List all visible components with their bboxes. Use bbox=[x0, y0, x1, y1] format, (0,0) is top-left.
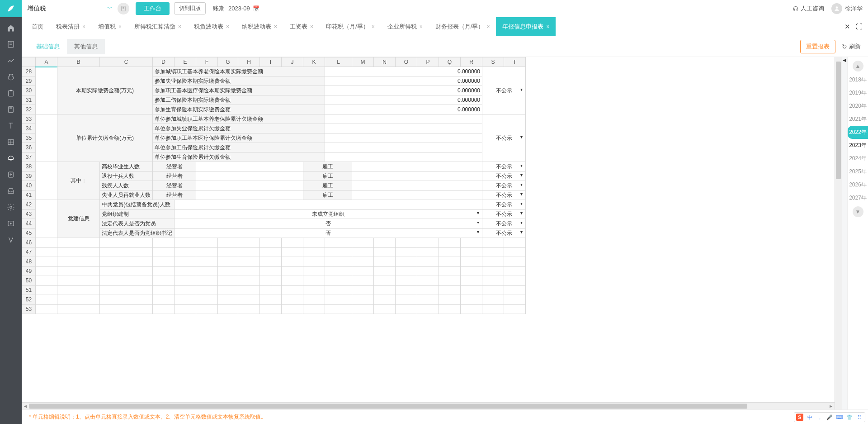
year-item[interactable]: 2024年 bbox=[848, 152, 868, 165]
nav-money[interactable] bbox=[0, 69, 22, 85]
cell[interactable] bbox=[303, 276, 325, 286]
tax-type-dropdown[interactable]: 增值税 ﹀ bbox=[27, 5, 113, 13]
cell[interactable] bbox=[374, 305, 396, 314]
cell[interactable] bbox=[374, 238, 396, 248]
cell[interactable] bbox=[260, 257, 282, 267]
close-icon[interactable]: × bbox=[178, 24, 181, 30]
cell[interactable] bbox=[482, 286, 504, 295]
cell[interactable]: 参加失业保险本期实际缴费金额 bbox=[153, 76, 325, 86]
cell[interactable] bbox=[482, 257, 504, 267]
publicity-select[interactable]: 不公示 bbox=[482, 229, 526, 238]
scroll-right-icon[interactable]: ► bbox=[827, 403, 835, 410]
row-number[interactable]: 50 bbox=[22, 276, 36, 286]
cell[interactable] bbox=[439, 257, 461, 267]
cell[interactable] bbox=[282, 238, 303, 248]
reset-report-button[interactable]: 重置报表 bbox=[800, 40, 835, 53]
publicity-select[interactable]: 不公示 bbox=[482, 181, 526, 191]
tab-年报信息申报表[interactable]: 年报信息申报表× bbox=[496, 17, 556, 36]
tab-税负波动表[interactable]: 税负波动表× bbox=[188, 17, 236, 36]
cell[interactable] bbox=[153, 286, 175, 295]
year-item[interactable]: 2022年 bbox=[848, 126, 868, 139]
year-item[interactable]: 2027年 bbox=[848, 191, 868, 205]
ime-skin-icon[interactable]: 👕 bbox=[846, 414, 853, 421]
cell[interactable] bbox=[196, 267, 218, 276]
cell[interactable]: 经营者 bbox=[153, 191, 196, 200]
cell[interactable] bbox=[196, 305, 218, 314]
row-number[interactable]: 33 bbox=[22, 114, 36, 124]
cell[interactable] bbox=[196, 181, 303, 191]
cell[interactable] bbox=[417, 286, 439, 295]
tab-税表清册[interactable]: 税表清册× bbox=[50, 17, 92, 36]
col-header[interactable]: S bbox=[482, 57, 504, 67]
row-number[interactable]: 30 bbox=[22, 86, 36, 95]
row-number[interactable]: 29 bbox=[22, 76, 36, 86]
cell[interactable]: 参加工伤保险本期实际缴费金额 bbox=[153, 95, 325, 105]
cell[interactable] bbox=[352, 172, 482, 181]
cell[interactable]: 失业人员再就业人数 bbox=[100, 191, 153, 200]
publicity-select[interactable]: 不公示 bbox=[482, 172, 526, 181]
cell[interactable] bbox=[396, 238, 417, 248]
row-number[interactable]: 35 bbox=[22, 133, 36, 143]
cell[interactable] bbox=[100, 238, 153, 248]
period-value[interactable]: 2023-09 bbox=[228, 5, 250, 12]
cell[interactable] bbox=[175, 257, 196, 267]
cell[interactable] bbox=[325, 248, 352, 257]
row-number[interactable]: 47 bbox=[22, 248, 36, 257]
value-select[interactable]: 未成立党组织 bbox=[175, 210, 482, 219]
cell[interactable] bbox=[325, 133, 482, 143]
col-header[interactable]: B bbox=[57, 57, 100, 67]
v-scroll-thumb[interactable] bbox=[836, 62, 841, 179]
cell[interactable] bbox=[461, 267, 482, 276]
cell[interactable] bbox=[260, 305, 282, 314]
cell[interactable]: 雇工 bbox=[303, 181, 352, 191]
cell[interactable] bbox=[439, 286, 461, 295]
corner-cell[interactable] bbox=[22, 57, 36, 67]
close-icon[interactable]: × bbox=[82, 24, 85, 30]
cell[interactable] bbox=[175, 200, 482, 210]
subtab-other[interactable]: 其他信息 bbox=[67, 39, 105, 54]
cell[interactable] bbox=[482, 238, 504, 248]
cell[interactable] bbox=[396, 248, 417, 257]
cell[interactable] bbox=[282, 286, 303, 295]
cell[interactable] bbox=[153, 295, 175, 305]
cell[interactable] bbox=[482, 248, 504, 257]
cell[interactable] bbox=[352, 238, 374, 248]
nav-calc[interactable] bbox=[0, 101, 22, 118]
cell[interactable]: 本期实际缴费金额(万元) bbox=[57, 67, 153, 114]
cell[interactable] bbox=[260, 295, 282, 305]
cell[interactable] bbox=[238, 276, 260, 286]
cell[interactable]: 0.000000 bbox=[325, 86, 482, 95]
cell[interactable] bbox=[303, 257, 325, 267]
close-all-icon[interactable]: ✕ bbox=[844, 23, 850, 31]
cell[interactable] bbox=[238, 238, 260, 248]
row-number[interactable]: 41 bbox=[22, 191, 36, 200]
cell[interactable] bbox=[352, 267, 374, 276]
cell[interactable] bbox=[57, 267, 100, 276]
cell[interactable] bbox=[57, 305, 100, 314]
scroll-left-icon[interactable]: ◄ bbox=[22, 403, 29, 410]
cell[interactable] bbox=[325, 152, 482, 162]
cell[interactable] bbox=[482, 267, 504, 276]
cell[interactable] bbox=[396, 276, 417, 286]
ime-logo-icon[interactable]: S bbox=[796, 414, 803, 421]
cell[interactable] bbox=[352, 286, 374, 295]
vertical-scrollbar[interactable] bbox=[835, 57, 842, 410]
cell[interactable] bbox=[482, 276, 504, 286]
col-header[interactable]: D bbox=[153, 57, 175, 67]
cell[interactable]: 其中： bbox=[57, 162, 100, 200]
cell[interactable] bbox=[482, 295, 504, 305]
close-icon[interactable]: × bbox=[310, 24, 313, 30]
h-scroll-thumb[interactable] bbox=[29, 404, 747, 409]
cell[interactable]: 经营者 bbox=[153, 172, 196, 181]
col-header[interactable]: H bbox=[238, 57, 260, 67]
close-icon[interactable]: × bbox=[372, 24, 375, 30]
col-header[interactable]: I bbox=[260, 57, 282, 67]
col-header[interactable]: Q bbox=[439, 57, 461, 67]
cell[interactable] bbox=[260, 267, 282, 276]
cell[interactable] bbox=[175, 238, 196, 248]
cell[interactable]: 单位参加失业保险累计欠缴金额 bbox=[153, 124, 325, 133]
cell[interactable] bbox=[57, 295, 100, 305]
cell[interactable] bbox=[504, 305, 526, 314]
col-header[interactable]: O bbox=[396, 57, 417, 67]
cell[interactable] bbox=[352, 295, 374, 305]
